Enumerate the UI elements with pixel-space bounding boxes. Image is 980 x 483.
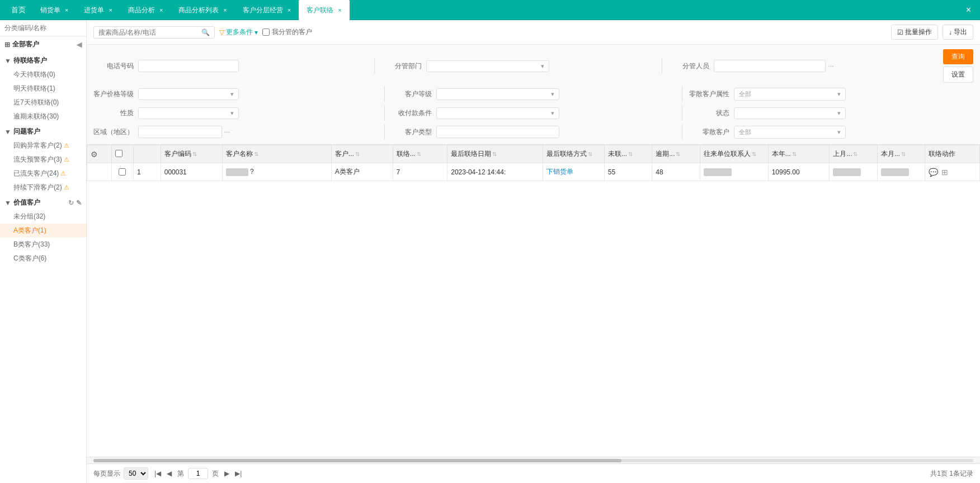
select-price-level[interactable]: ▾ bbox=[138, 88, 239, 100]
sidebar-item-today[interactable]: 今天待联络(0) bbox=[0, 68, 86, 82]
sidebar-item-ungroup[interactable]: 未分组(32) bbox=[0, 210, 86, 224]
close-tab-3-icon[interactable]: × bbox=[223, 0, 227, 20]
divider-5 bbox=[384, 105, 385, 121]
input-region[interactable] bbox=[138, 126, 222, 138]
page-first-icon[interactable]: |◀ bbox=[153, 470, 163, 477]
col-header-check[interactable] bbox=[111, 145, 133, 163]
grid-action-icon[interactable]: ⊞ bbox=[941, 168, 948, 177]
col-header-lastmonth[interactable]: 上月... ⇅ bbox=[830, 145, 877, 163]
search-bar-icon[interactable]: 🔍 bbox=[201, 29, 210, 36]
search-input[interactable] bbox=[98, 29, 199, 36]
input-phone[interactable] bbox=[138, 60, 239, 72]
select-retail-cust[interactable]: 全部 ▾ bbox=[734, 126, 846, 139]
col-header-thisyear[interactable]: 本年... ⇅ bbox=[768, 145, 830, 163]
close-tab-1-icon[interactable]: × bbox=[109, 0, 112, 20]
query-btn[interactable]: 查询 bbox=[943, 49, 973, 64]
select-all-checkbox[interactable] bbox=[115, 150, 123, 157]
col-header-thismonth[interactable]: 本月... ⇅ bbox=[877, 145, 925, 163]
export-btn[interactable]: ↓ 导出 bbox=[943, 25, 973, 40]
input-cust-type[interactable] bbox=[436, 126, 559, 138]
cell-method[interactable]: 下销货单 bbox=[543, 163, 605, 181]
close-tab-2-icon[interactable]: × bbox=[159, 0, 163, 20]
sidebar-item-churn-warning[interactable]: 流失预警客户(3) ⚠ bbox=[0, 153, 86, 167]
col-header-method[interactable]: 最后联络方式 ⇅ bbox=[543, 145, 605, 163]
sidebar-item-tomorrow[interactable]: 明天待联络(1) bbox=[0, 82, 86, 96]
sort-overdue-icon: ⇅ bbox=[676, 151, 680, 157]
nav-right: × bbox=[962, 5, 976, 15]
col-header-prevcontact[interactable]: 往来单位联系人 ⇅ bbox=[700, 145, 768, 163]
nav-tab-purchase[interactable]: 进货单 × bbox=[76, 0, 120, 20]
sidebar-item-declining[interactable]: 持续下滑客户(2) ⚠ bbox=[0, 181, 86, 195]
sidebar-item-overdue[interactable]: 逾期未联络(30) bbox=[0, 110, 86, 124]
cell-date: 2023-04-12 14:44: bbox=[447, 163, 543, 181]
sidebar-item-abnormal[interactable]: 回购异常客户(2) ⚠ bbox=[0, 139, 86, 153]
row-actions: 💬 ⊞ bbox=[929, 168, 976, 177]
my-customers-checkbox[interactable] bbox=[262, 29, 270, 36]
sidebar-item-a-class[interactable]: A类客户(1) bbox=[0, 224, 86, 238]
close-tab-4-icon[interactable]: × bbox=[288, 0, 291, 20]
refresh-icon[interactable]: ↻ bbox=[68, 199, 74, 207]
divider-1 bbox=[374, 58, 375, 74]
col-header-name[interactable]: 客户名称 ⇅ bbox=[222, 145, 331, 163]
batch-ops-btn[interactable]: ☑ 批量操作 bbox=[891, 25, 938, 40]
label-retail-cust: 零散客户 bbox=[689, 127, 734, 137]
sidebar-item-b-class[interactable]: B类客户(33) bbox=[0, 238, 86, 252]
nav-tab-customer-tier[interactable]: 客户分层经营 × bbox=[235, 0, 299, 20]
input-manager[interactable] bbox=[714, 60, 826, 72]
divider-7 bbox=[384, 124, 385, 140]
my-customers-check[interactable]: 我分管的客户 bbox=[262, 27, 312, 37]
sidebar-search-input[interactable] bbox=[4, 24, 87, 32]
col-header-type[interactable]: 客户... ⇅ bbox=[331, 145, 393, 163]
label-dept: 分管部门 bbox=[381, 61, 426, 71]
col-header-overdue[interactable]: 逾期... ⇅ bbox=[652, 145, 700, 163]
nav-tab-customer-contact[interactable]: 客户联络 × bbox=[299, 0, 349, 20]
sidebar-item-churned[interactable]: 已流失客户(24) ⚠ bbox=[0, 167, 86, 181]
close-tab-0-icon[interactable]: × bbox=[65, 0, 68, 20]
col-header-contact[interactable]: 联络... ⇅ bbox=[393, 145, 447, 163]
more-icon-region[interactable]: ··· bbox=[224, 128, 230, 136]
nav-home[interactable]: 首页 bbox=[4, 5, 32, 15]
col-header-num bbox=[133, 145, 161, 163]
settings-gear-icon[interactable]: ⚙ bbox=[91, 150, 98, 159]
adv-filter-row-1: 电话号码 分管部门 ▾ 分管 bbox=[93, 49, 973, 83]
close-tab-5-icon[interactable]: × bbox=[338, 0, 341, 20]
edit-icon[interactable]: ✎ bbox=[76, 199, 82, 207]
page-next-icon[interactable]: ▶ bbox=[223, 470, 231, 477]
col-header-date[interactable]: 最后联络日期 ⇅ bbox=[447, 145, 543, 163]
select-payment[interactable]: ▾ bbox=[436, 107, 559, 119]
col-header-unlink[interactable]: 未联... ⇅ bbox=[604, 145, 652, 163]
field-cust-type: 客户类型 bbox=[392, 126, 676, 138]
sidebar-item-7days[interactable]: 近7天待联络(0) bbox=[0, 96, 86, 110]
scrollbar-thumb[interactable] bbox=[93, 459, 621, 462]
nav-tab-salelist[interactable]: 销货单 × bbox=[32, 0, 76, 20]
select-status[interactable]: ▾ bbox=[734, 107, 846, 119]
chat-action-icon[interactable]: 💬 bbox=[929, 168, 938, 177]
filter-bar: 🔍 ▽ 更多条件 ▾ 我分管的客户 ☑ 批量操作 ↓ 导出 bbox=[87, 20, 980, 45]
sidebar-all-customers[interactable]: ⊞ 全部客户 ◀ bbox=[0, 36, 86, 53]
sidebar-item-c-class[interactable]: C类客户(6) bbox=[0, 252, 86, 266]
select-dept[interactable]: ▾ bbox=[426, 60, 549, 72]
more-icon-manager[interactable]: ··· bbox=[828, 62, 833, 70]
select-nature[interactable]: ▾ bbox=[138, 107, 239, 119]
page-prev-icon[interactable]: ◀ bbox=[165, 470, 173, 477]
collapse-icon[interactable]: ◀ bbox=[77, 41, 82, 49]
page-input[interactable] bbox=[188, 468, 208, 479]
nav-tab-analysis-list[interactable]: 商品分析列表 × bbox=[171, 0, 234, 20]
lastmonth-masked bbox=[833, 168, 861, 176]
close-window-icon[interactable]: × bbox=[962, 5, 976, 15]
page-size-select[interactable]: 50 bbox=[124, 467, 148, 480]
col-header-settings[interactable]: ⚙ bbox=[87, 145, 112, 163]
select-retail-attr[interactable]: 全部 ▾ bbox=[734, 88, 846, 101]
page-last-icon[interactable]: ▶| bbox=[233, 470, 243, 477]
settings-btn[interactable]: 设置 bbox=[943, 67, 973, 83]
divider-6 bbox=[682, 105, 682, 121]
select-cust-level[interactable]: ▾ bbox=[436, 88, 559, 100]
col-header-code[interactable]: 客户编码 ⇅ bbox=[161, 145, 222, 163]
horizontal-scrollbar[interactable] bbox=[87, 457, 980, 463]
cell-code: 000031 bbox=[161, 163, 222, 181]
method-link[interactable]: 下销货单 bbox=[546, 168, 573, 176]
nav-tab-analysis[interactable]: 商品分析 × bbox=[120, 0, 171, 20]
row-checkbox[interactable] bbox=[119, 168, 126, 176]
label-retail-attr: 零散客户属性 bbox=[689, 89, 734, 99]
more-filters-btn[interactable]: ▽ 更多条件 ▾ bbox=[219, 27, 258, 37]
